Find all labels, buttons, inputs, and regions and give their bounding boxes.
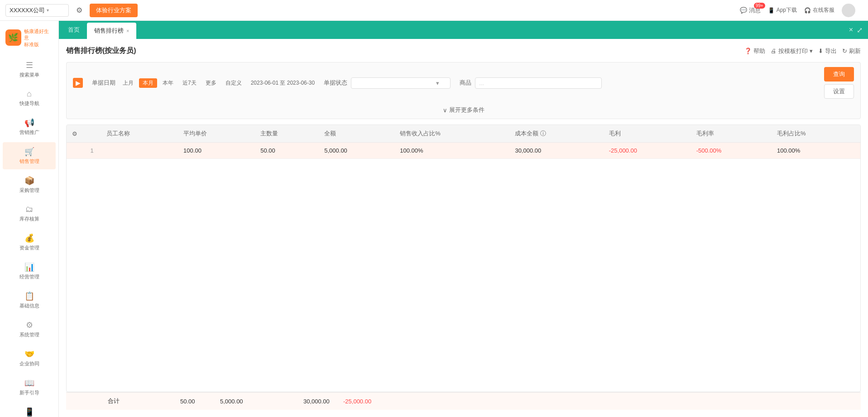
print-chevron-icon: ▾ [810, 48, 813, 54]
sidebar-label-enterprise: 企业协同 [19, 360, 39, 367]
footer-label: 合计 [108, 397, 144, 405]
tab-close-icon[interactable]: × [126, 28, 129, 34]
filter-row: ▶ 单据日期 上月 本月 本年 近7天 更多 自定义 2023- [73, 67, 854, 99]
company-selector[interactable]: XXXXXX公司 ▾ [5, 4, 69, 17]
goods-input-text: ... [479, 80, 484, 86]
date-opt-more[interactable]: 更多 [202, 78, 220, 88]
query-button[interactable]: 查询 [824, 67, 854, 81]
row-profit-pct: 100.00% [772, 143, 860, 159]
settings-icon-btn[interactable]: ⚙ [72, 4, 86, 17]
sidebar-label-system: 系统管理 [19, 331, 39, 338]
col-amount: 全额 [319, 125, 394, 143]
messages-btn[interactable]: 💬 消息 99+ [740, 6, 761, 14]
message-count: 99+ [754, 3, 765, 9]
goods-filter-label: 商品 [460, 79, 471, 87]
sidebar-item-purchase[interactable]: 📦 采购管理 [3, 171, 56, 198]
trial-button[interactable]: 体验行业方案 [90, 4, 138, 17]
row-quantity: 50.00 [255, 143, 319, 159]
top-bar: XXXXXX公司 ▾ ⚙ 体验行业方案 💬 消息 99+ 📱 App下载 🎧 在… [0, 0, 868, 21]
sidebar-item-quicknav[interactable]: ⌂ 快捷导航 [3, 85, 56, 111]
col-settings[interactable]: ⚙ [67, 125, 83, 143]
footer-profit: -25,000.00 [343, 398, 379, 405]
arrow-right-icon: ▶ [76, 79, 81, 86]
date-opt-7days[interactable]: 近7天 [179, 78, 200, 88]
filter-bar: ▶ 单据日期 上月 本月 本年 近7天 更多 自定义 2023- [66, 62, 861, 119]
sidebar-item-search[interactable]: ☰ 搜索菜单 [3, 56, 56, 83]
date-opt-this-month[interactable]: 本月 [139, 78, 157, 88]
search-menu-icon: ☰ [26, 60, 33, 70]
sidebar-item-operations[interactable]: 📊 经营管理 [3, 258, 56, 285]
help-button[interactable]: ❓ 帮助 [744, 47, 765, 55]
sidebar-label-basic-info: 基础信息 [19, 302, 39, 309]
window-maximize-icon[interactable]: ⤢ [857, 26, 863, 34]
table-footer: 合计 50.00 5,000.00 30,000.00 -25,000.00 [66, 392, 861, 410]
tab-window-actions: × ⤢ [844, 26, 868, 34]
app-download-btn[interactable]: 📱 App下载 [768, 6, 797, 14]
export-icon: ⬇ [818, 48, 823, 54]
status-filter-label: 单据状态 [324, 79, 347, 87]
sidebar-item-system[interactable]: ⚙ 系统管理 [3, 316, 56, 343]
row-rank: 1 [83, 143, 101, 159]
avatar[interactable] [842, 4, 855, 17]
date-opt-this-year[interactable]: 本年 [159, 78, 177, 88]
message-icon: 💬 [740, 7, 747, 14]
row-avg-price: 100.00 [178, 143, 255, 159]
beginner-icon: 📖 [24, 378, 34, 388]
print-button[interactable]: 🖨 按模板打印 ▾ [771, 47, 813, 55]
sidebar-item-marketing[interactable]: 📢 营销推广 [3, 113, 56, 140]
sidebar-item-basic-info[interactable]: 📋 基础信息 [3, 287, 56, 314]
tab-sales-rank[interactable]: 销售排行榜 × [87, 23, 136, 39]
column-settings-icon: ⚙ [72, 130, 77, 137]
sidebar-item-enterprise[interactable]: 🤝 企业协同 [3, 345, 56, 372]
headset-icon: 🎧 [804, 7, 811, 14]
refresh-button[interactable]: ↻ 刷新 [842, 47, 861, 55]
sidebar-item-app-center[interactable]: 📱 应用中心 [3, 403, 56, 417]
table-row: 1 100.00 50.00 5,000.00 100.00% 30,000.0… [67, 143, 860, 159]
status-select[interactable]: ▾ [351, 77, 451, 89]
footer-amount: 5,000.00 [220, 398, 256, 405]
app-center-icon: 📱 [24, 407, 34, 417]
settings-button[interactable]: 设置 [824, 84, 854, 99]
col-profit-pct: 毛利占比% [772, 125, 860, 143]
goods-input[interactable]: ... [475, 77, 602, 89]
filter-date: 单据日期 上月 本月 本年 近7天 更多 自定义 2023-06-01 至 20… [92, 78, 315, 88]
filter-action-buttons: 查询 设置 [824, 67, 854, 99]
sidebar-label-sales: 销售管理 [19, 158, 39, 165]
sidebar-item-finance[interactable]: 💰 资金管理 [3, 229, 56, 256]
window-close-icon[interactable]: × [849, 26, 853, 34]
page-header-actions: ❓ 帮助 🖨 按模板打印 ▾ ⬇ 导出 ↻ 刷新 [744, 47, 861, 55]
page-header: 销售排行榜(按业务员) ❓ 帮助 🖨 按模板打印 ▾ ⬇ 导出 [66, 46, 861, 56]
export-button[interactable]: ⬇ 导出 [818, 47, 837, 55]
date-opt-custom[interactable]: 自定义 [222, 78, 245, 88]
print-icon: 🖨 [771, 48, 777, 54]
online-service-btn[interactable]: 🎧 在线客服 [804, 6, 834, 14]
date-range-text: 2023-06-01 至 2023-06-30 [251, 79, 315, 87]
date-options: 上月 本月 本年 近7天 更多 自定义 [119, 78, 245, 88]
refresh-icon: ↻ [842, 48, 847, 54]
row-settings [67, 143, 83, 159]
sales-icon: 🛒 [24, 147, 34, 157]
col-quantity: 主数量 [255, 125, 319, 143]
sidebar-item-sales[interactable]: 🛒 销售管理 [3, 142, 56, 169]
status-chevron-icon: ▾ [436, 80, 439, 86]
enterprise-icon: 🤝 [24, 349, 34, 359]
expand-more-btn[interactable]: ∨ 展开更多条件 [443, 106, 484, 114]
sidebar: 🌿 畅康通好生意标准版 ☰ 搜索菜单 ⌂ 快捷导航 📢 营销推广 🛒 销售管理 … [0, 21, 59, 417]
sidebar-item-beginner[interactable]: 📖 新手引导 [3, 374, 56, 401]
basic-info-icon: 📋 [24, 291, 34, 301]
mobile-icon: 📱 [768, 7, 775, 14]
col-avg-price: 平均单价 [178, 125, 255, 143]
sales-rank-table: ⚙ 员工名称 平均单价 主数量 全额 销售收入占比% 成本全额 ⓘ 毛利 [67, 125, 860, 159]
row-amount: 5,000.00 [319, 143, 394, 159]
sidebar-item-inventory[interactable]: 🗂 库存核算 [3, 200, 56, 227]
tab-home[interactable]: 首页 [61, 21, 87, 39]
top-right-actions: 💬 消息 99+ 📱 App下载 🎧 在线客服 [740, 4, 863, 17]
filter-toggle-btn[interactable]: ▶ [73, 78, 83, 88]
operations-icon: 📊 [24, 262, 34, 272]
date-opt-last-month[interactable]: 上月 [119, 78, 137, 88]
marketing-icon: 📢 [24, 118, 34, 128]
finance-icon: 💰 [24, 233, 34, 243]
footer-quantity: 50.00 [180, 398, 216, 405]
chevron-down-expand-icon: ∨ [443, 107, 447, 114]
row-sales-pct: 100.00% [394, 143, 509, 159]
